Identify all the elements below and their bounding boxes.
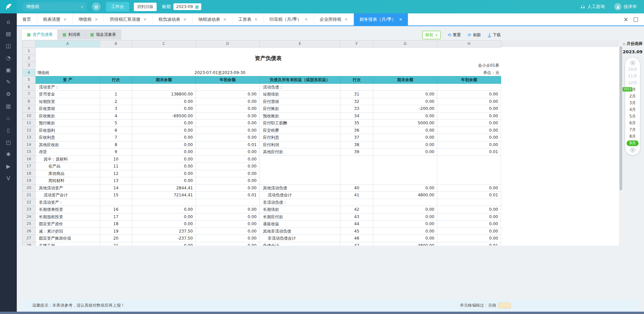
chevron-down-icon[interactable]: ∨: [630, 147, 636, 153]
cell-asset-line[interactable]: 9: [100, 148, 132, 156]
tab-item[interactable]: 企业所得税×: [314, 13, 354, 25]
invoice-icon[interactable]: ▤: [4, 30, 12, 38]
column-header[interactable]: H: [437, 41, 501, 48]
cell-liability-line[interactable]: [340, 199, 373, 206]
cell-asset-name[interactable]: 应收股利: [36, 127, 100, 134]
row-number[interactable]: 16: [22, 155, 36, 163]
cell-asset-begin-balance[interactable]: 0.00: [196, 206, 260, 213]
cell-asset-line[interactable]: 12: [100, 170, 132, 177]
cell-liability-begin-balance[interactable]: 0.00: [437, 228, 501, 235]
cell-asset-line[interactable]: 14: [100, 184, 132, 192]
column-header[interactable]: G: [373, 41, 437, 48]
column-header[interactable]: D: [196, 41, 260, 48]
cell-liability-end-balance[interactable]: -200.00: [373, 105, 437, 113]
cell-asset-line[interactable]: [100, 83, 132, 91]
cell-liability-end-balance[interactable]: [373, 83, 437, 91]
cell-asset-begin-balance[interactable]: 0.00: [196, 98, 260, 105]
cell-asset-name[interactable]: 应收账款: [36, 112, 100, 120]
row-number[interactable]: 4: [22, 69, 36, 76]
date-range-cell[interactable]: 2023-07-01至2023-09-30: [100, 69, 340, 76]
cell-asset-end-balance[interactable]: 138800.00: [132, 91, 196, 98]
cell-asset-begin-balance[interactable]: 0.00: [196, 235, 260, 242]
cell-liability-begin-balance[interactable]: 0.00: [437, 127, 501, 134]
cell-asset-name[interactable]: 固定资产账面价值: [36, 235, 100, 242]
tab-item[interactable]: 税负波动表×: [153, 13, 193, 25]
scrollbar-thumb[interactable]: [620, 46, 622, 190]
row-number[interactable]: 20: [22, 184, 36, 192]
column-header[interactable]: B: [100, 41, 132, 48]
cell-asset-line[interactable]: 19: [100, 228, 132, 235]
cell-asset-end-balance[interactable]: 0.00: [132, 213, 196, 221]
tools-icon[interactable]: ⚙: [4, 90, 12, 98]
cell-liability-name[interactable]: 应付票据: [260, 98, 340, 105]
tab-item[interactable]: 工资表×: [232, 13, 264, 25]
row-number[interactable]: 10: [22, 112, 36, 120]
cell-liability-line[interactable]: 38: [340, 141, 373, 148]
tab-close-icon[interactable]: ×: [254, 17, 258, 22]
cell-asset-begin-balance[interactable]: [196, 83, 260, 91]
cell-asset-line[interactable]: 7: [100, 134, 132, 141]
tab-item[interactable]: 税表清册×: [37, 13, 73, 25]
cell-liability-begin-balance[interactable]: 0.00: [437, 112, 501, 120]
row-number[interactable]: 13: [22, 134, 36, 141]
cell-asset-name[interactable]: 存货: [36, 148, 100, 156]
cell-asset-begin-balance[interactable]: 0.00: [196, 127, 260, 134]
row-number[interactable]: 18: [22, 170, 36, 177]
cell-liability-line[interactable]: [340, 155, 373, 184]
cell-asset-name[interactable]: 固定资产原价: [36, 221, 100, 228]
cell-liability-end-balance[interactable]: 0.00: [373, 134, 437, 141]
cell-asset-line[interactable]: 21: [100, 242, 132, 246]
period-type-select[interactable]: 期初 ∨: [422, 31, 441, 39]
cell-asset-name[interactable]: 流动资产：: [36, 83, 100, 91]
cell-liability-line[interactable]: 33: [340, 105, 373, 113]
cell-liability-name[interactable]: 应付利息: [260, 134, 340, 141]
vertical-scrollbar[interactable]: [620, 40, 622, 246]
subtab-item[interactable]: ▦现金流量表: [86, 29, 121, 40]
cell-asset-end-balance[interactable]: 2844.41: [132, 184, 196, 192]
cell-asset-line[interactable]: 4: [100, 112, 132, 120]
cell-asset-end-balance[interactable]: 0.00: [132, 148, 196, 156]
cell-liability-end-balance[interactable]: 0.00: [373, 206, 437, 213]
cell-liability-name[interactable]: [260, 155, 340, 184]
cell-asset-line[interactable]: 2: [100, 98, 132, 105]
row-number[interactable]: 7: [22, 91, 36, 98]
row-number[interactable]: 11: [22, 120, 36, 127]
row-number[interactable]: 3: [22, 62, 36, 69]
cell-liability-line[interactable]: 47: [340, 242, 373, 246]
cell-liability-end-balance[interactable]: 0.00: [373, 213, 437, 221]
cell-asset-end-balance[interactable]: [132, 199, 196, 206]
close-all-icon[interactable]: ×: [624, 16, 628, 23]
cell-asset-name[interactable]: 应收利息: [36, 134, 100, 141]
chevron-up-icon[interactable]: ∧: [630, 60, 636, 66]
cell-liability-name[interactable]: 其他应付款: [260, 148, 340, 156]
row-number[interactable]: 14: [22, 141, 36, 148]
cell-liability-end-balance[interactable]: 0.00: [373, 148, 437, 156]
cell-liability-line[interactable]: 32: [340, 98, 373, 105]
cell-asset-end-balance[interactable]: 0.00: [132, 155, 196, 163]
cell-liability-name[interactable]: 短期借款: [260, 91, 340, 98]
cell-liability-name[interactable]: 长期应付款: [260, 213, 340, 221]
row-number[interactable]: 28: [22, 242, 36, 246]
month-item[interactable]: 3月: [627, 100, 639, 106]
cell-liability-line[interactable]: 35: [340, 120, 373, 127]
cell-liability-line[interactable]: 39: [340, 148, 373, 156]
cell-liability-end-balance[interactable]: 0.00: [373, 184, 437, 192]
cell-asset-line[interactable]: 17: [100, 213, 132, 221]
tab-close-icon[interactable]: ×: [305, 17, 308, 22]
cell-liability-end-balance[interactable]: [373, 155, 437, 184]
cell-asset-end-balance[interactable]: 237.50: [132, 228, 196, 235]
report-title[interactable]: 资产负债表: [36, 55, 501, 62]
cell-liability-end-balance[interactable]: 0.00: [373, 235, 437, 242]
cell-liability-begin-balance[interactable]: 0.00: [437, 105, 501, 113]
cell-asset-line[interactable]: [100, 199, 132, 206]
cell-asset-line[interactable]: 16: [100, 206, 132, 213]
row-number[interactable]: 23: [22, 206, 36, 213]
cell-asset-name[interactable]: 货币资金: [36, 91, 100, 98]
media-icon[interactable]: ▶: [4, 163, 12, 170]
row-number[interactable]: 15: [22, 148, 36, 156]
row-number[interactable]: 2: [22, 55, 36, 62]
cell-asset-line[interactable]: 18: [100, 221, 132, 228]
subtab-item[interactable]: ▦利润表: [58, 29, 85, 40]
workbench-button[interactable]: 工作台: [106, 2, 129, 11]
period-picker[interactable]: 2023-09 ▦: [173, 3, 201, 10]
